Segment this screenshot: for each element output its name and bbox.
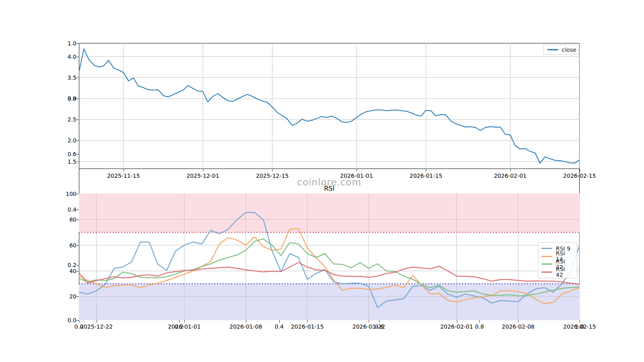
price-xtick-mark [580, 169, 580, 171]
overlay-ytick-label: 1.0 [0, 39, 76, 47]
overlay-xtick-mark [379, 320, 380, 323]
rsi-chart-title: RSI [324, 185, 334, 192]
overlay-xtick-label: 0.6 [351, 323, 407, 331]
overlay-ytick-mark [76, 154, 79, 154]
price-xtick-label: 2025-12-01 [175, 172, 231, 180]
oversold-band [79, 284, 580, 320]
price-legend: close [543, 45, 579, 55]
rsi-ytick-label: 60 [0, 241, 76, 249]
price-ytick-mark [76, 119, 79, 120]
rsi-ytick-mark [76, 194, 79, 194]
rsi-ytick-label: 40 [0, 267, 76, 275]
overlay-xtick-label: 0.8 [451, 323, 508, 331]
rsi-22-legend-line-icon [541, 263, 552, 265]
price-ytick-mark [76, 162, 79, 162]
price-xtick-label: 2025-11-15 [95, 172, 152, 180]
overbought-band [79, 193, 580, 232]
price-xtick-mark [426, 169, 426, 171]
rsi-ytick-label: 80 [0, 216, 76, 224]
price-ytick-mark [76, 140, 79, 141]
rsi-42-legend-label: RSI 42 [556, 266, 573, 278]
overlay-xtick-label: 1.0 [551, 323, 608, 331]
overlay-ytick-mark [76, 210, 79, 210]
price-xtick-label: 2026-02-01 [482, 172, 539, 180]
price-xtick-label: 2026-01-15 [398, 172, 454, 180]
chart-figure: 4.03.53.02.52.01.51.00.80.60.40.20.01008… [0, 0, 644, 362]
price-ytick-label: 1.5 [0, 158, 76, 166]
rsi-ytick-label: 100 [0, 190, 76, 198]
rsi-plot [79, 193, 580, 320]
price-xtick-label: 2025-12-15 [244, 172, 300, 180]
rsi-9-legend-line-icon [541, 248, 552, 249]
rsi-ytick-mark [76, 245, 79, 246]
rsi-ytick-mark [76, 220, 79, 220]
price-xtick-mark [510, 169, 511, 171]
overlay-ytick-mark [76, 99, 79, 99]
price-ytick-mark [76, 78, 79, 78]
overlay-xtick-label: 0.4 [251, 323, 308, 331]
rsi-ytick-mark [76, 271, 79, 272]
price-ytick-mark [76, 57, 79, 57]
rsi-xtick-mark [518, 320, 518, 323]
close-legend-line-icon [547, 49, 558, 50]
price-ytick-label: 2.5 [0, 115, 76, 123]
overlay-xtick-mark [179, 320, 180, 323]
overlay-xtick-label: 0.0 [51, 323, 107, 331]
price-xtick-mark [272, 169, 272, 171]
price-xtick-mark [357, 169, 357, 171]
rsi-xtick-mark [246, 320, 246, 323]
overlay-xtick-mark [479, 320, 480, 323]
rsi-42-legend-line-icon [541, 272, 552, 273]
overlay-ytick-label: 0.4 [0, 206, 76, 214]
overlay-ytick-mark [76, 43, 79, 44]
close-line [79, 49, 580, 163]
rsi-ytick-mark [76, 296, 79, 297]
overlay-xtick-mark [580, 320, 580, 323]
price-ytick-label: 2.0 [0, 136, 76, 144]
price-xtick-mark [124, 169, 124, 171]
price-xtick-mark [203, 169, 203, 171]
overlay-ytick-mark [76, 265, 79, 265]
overlay-xtick-mark [279, 320, 280, 323]
rsi-legend-row: RSI 42 [541, 268, 573, 276]
rsi-legend: RSI 9RSI 14RSI 22RSI 42 [538, 242, 577, 278]
price-xtick-label: 2026-02-15 [551, 172, 608, 180]
rsi-14-legend-line-icon [541, 256, 552, 257]
overlay-xtick-label: 0.2 [151, 323, 207, 331]
price-ytick-label: 3.5 [0, 74, 76, 82]
overlay-ytick-label: 0.8 [0, 95, 76, 103]
overlay-xtick-mark [79, 320, 79, 323]
price-ytick-label: 4.0 [0, 53, 76, 61]
rsi-ytick-label: 20 [0, 292, 76, 300]
close-legend-label: close [562, 47, 576, 53]
price-plot [79, 43, 580, 169]
overlay-ytick-label: 0.6 [0, 150, 76, 158]
